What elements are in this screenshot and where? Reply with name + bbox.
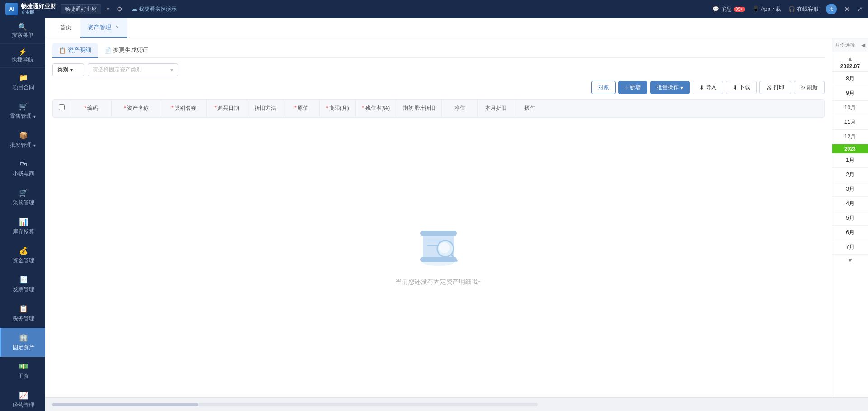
sidebar-item-invoice-mgmt[interactable]: 🧾 发票管理 xyxy=(0,270,45,299)
th-period-months: *期限(月) xyxy=(320,100,356,117)
sidebar-nav-label: 快捷导航 xyxy=(4,56,42,64)
month-item-4[interactable]: 4月 xyxy=(832,197,868,211)
operations-icon: 📈 xyxy=(5,391,42,400)
sidebar-item-wholesale-mgmt[interactable]: 📦 批发管理 ▼ xyxy=(0,126,45,155)
month-item-2[interactable]: 2月 xyxy=(832,168,868,182)
sidebar-item-fund-mgmt[interactable]: 💰 资金管理 xyxy=(0,241,45,270)
wholesale-icon: 📦 xyxy=(19,131,28,140)
app-subtitle: 专业版 xyxy=(21,10,56,15)
sidebar-item-tax-mgmt[interactable]: 📋 税务管理 xyxy=(0,299,45,328)
online-service-button[interactable]: 🎧 在线客服 xyxy=(788,5,819,13)
window-expand-icon[interactable]: ⤢ xyxy=(857,5,863,13)
month-item-1[interactable]: 1月 xyxy=(832,153,868,168)
select-all-checkbox[interactable] xyxy=(59,104,65,110)
tax-icon: 📋 xyxy=(5,304,42,313)
month-panel: 月份选择 ◀ ▲ 2022.07 8月 9月 10月 11月 12月 2023 … xyxy=(832,38,868,397)
month-item-10[interactable]: 10月 xyxy=(832,101,868,115)
window-close-icon[interactable]: ✕ xyxy=(844,5,850,14)
horizontal-scrollbar[interactable] xyxy=(52,403,538,406)
import-icon: ⬇ xyxy=(699,85,704,91)
th-monthly-depreciation: 本月折旧 xyxy=(478,100,514,117)
year-badge-2023: 2023 xyxy=(832,144,868,153)
sidebar-item-ecommerce[interactable]: 🛍 小畅电商 xyxy=(0,155,45,183)
message-button[interactable]: 💬 消息 99+ xyxy=(712,5,745,13)
month-nav-down-icon[interactable]: ▼ xyxy=(832,255,868,265)
sidebar-salary-label: 工资 xyxy=(5,373,42,380)
download-button[interactable]: ⬇ 下载 xyxy=(726,81,757,94)
refresh-label: 刷新 xyxy=(807,84,818,91)
content-area: 首页 资产管理 × 📋 资产明细 📄 变更生成凭证 xyxy=(45,18,868,411)
sidebar-item-operations-mgmt[interactable]: 📈 经营管理 xyxy=(0,386,45,411)
month-item-12[interactable]: 12月 xyxy=(832,130,868,144)
retail-arrow-icon: ▼ xyxy=(33,114,37,119)
month-item-7[interactable]: 7月 xyxy=(832,240,868,255)
sidebar-retail-label: 零售管理 xyxy=(10,113,32,120)
demo-link[interactable]: ☁ 我要看实例演示 xyxy=(132,5,177,13)
main-layout: 🔍 搜索菜单 ⚡ 快捷导航 📁 项目合同 🛒 零售管理 ▼ 📦 批发管理 ▼ xyxy=(0,18,868,411)
th-depreciation-method: 折旧方法 xyxy=(247,100,283,117)
sidebar-item-salary[interactable]: 💵 工资 xyxy=(0,357,45,386)
category-filter-placeholder: 请选择固定资产类别 xyxy=(93,66,142,74)
reconcile-button[interactable]: 对账 xyxy=(591,81,616,94)
sub-tab-asset-detail[interactable]: 📋 资产明细 xyxy=(52,43,98,58)
user-avatar[interactable]: 用 xyxy=(826,4,837,14)
add-button[interactable]: + 新增 xyxy=(618,81,647,94)
category-filter-input[interactable]: 请选择固定资产类别 ▾ xyxy=(88,63,178,76)
th-net-value: 净值 xyxy=(442,100,478,117)
month-item-5[interactable]: 5月 xyxy=(832,211,868,226)
sub-tab-change-voucher[interactable]: 📄 变更生成凭证 xyxy=(98,43,155,58)
month-panel-collapse-icon[interactable]: ◀ xyxy=(861,42,865,48)
sidebar-item-quick-nav[interactable]: ⚡ 快捷导航 xyxy=(0,44,45,68)
reconcile-label: 对账 xyxy=(598,84,609,91)
refresh-button[interactable]: ↻ 刷新 xyxy=(794,81,825,94)
month-item-11[interactable]: 11月 xyxy=(832,115,868,130)
import-button[interactable]: ⬇ 导入 xyxy=(693,81,723,94)
category-filter-select[interactable]: 类别 ▾ xyxy=(52,63,84,76)
data-table: *编码 *资产名称 *类别名称 *购买日期 折旧方法 * xyxy=(52,99,825,118)
sidebar-item-retail-mgmt[interactable]: 🛒 零售管理 ▼ xyxy=(0,97,45,126)
retail-icon: 🛒 xyxy=(19,102,28,111)
asset-detail-tab-icon: 📋 xyxy=(59,47,66,54)
download-label: 下载 xyxy=(739,84,750,91)
wholesale-arrow-icon: ▼ xyxy=(33,143,37,148)
sub-tab-bar: 📋 资产明细 📄 变更生成凭证 xyxy=(52,43,825,58)
tab-home[interactable]: 首页 xyxy=(52,18,79,38)
demo-text: 我要看实例演示 xyxy=(139,5,177,13)
asset-detail-tab-label: 资产明细 xyxy=(68,46,91,54)
home-tab-label: 首页 xyxy=(60,24,71,32)
month-item-3[interactable]: 3月 xyxy=(832,182,868,197)
company-selector[interactable]: 畅捷通好业财 xyxy=(61,4,101,14)
import-label: 导入 xyxy=(706,84,717,91)
month-item-8[interactable]: 8月 xyxy=(832,72,868,86)
tab-asset-management[interactable]: 资产管理 × xyxy=(80,18,127,38)
message-label: 消息 xyxy=(721,5,732,13)
th-checkbox[interactable] xyxy=(53,100,71,117)
app-download-label: App下载 xyxy=(761,5,781,13)
message-badge: 99+ xyxy=(734,7,745,12)
batch-ops-button[interactable]: 批量操作 ▾ xyxy=(650,81,690,94)
month-year-label: 2022.07 xyxy=(840,63,860,70)
sidebar-item-purchase-mgmt[interactable]: 🛒 采购管理 xyxy=(0,183,45,212)
print-button[interactable]: 🖨 打印 xyxy=(760,81,791,94)
sidebar-project-label: 项目合同 xyxy=(5,84,42,91)
sidebar-item-search-menu[interactable]: 🔍 搜索菜单 xyxy=(0,18,45,44)
company-dropdown-icon[interactable]: ▼ xyxy=(106,7,110,12)
tab-close-icon[interactable]: × xyxy=(114,24,120,31)
sidebar-item-inventory[interactable]: 📊 库存核算 xyxy=(0,212,45,241)
month-item-9[interactable]: 9月 xyxy=(832,86,868,101)
month-item-6[interactable]: 6月 xyxy=(832,226,868,240)
app-title: 畅捷通好业财 xyxy=(21,3,56,10)
main-panel: 📋 资产明细 📄 变更生成凭证 类别 ▾ 请选择固定资产类别 xyxy=(45,38,832,397)
top-bar: AI 畅捷通好业财 专业版 畅捷通好业财 ▼ ⚙ ☁ 我要看实例演示 💬 消息 … xyxy=(0,0,868,18)
asset-management-tab-label: 资产管理 xyxy=(88,24,111,32)
settings-icon[interactable]: ⚙ xyxy=(117,5,123,13)
sidebar-tax-label: 税务管理 xyxy=(5,315,42,322)
app-download-button[interactable]: 📱 App下载 xyxy=(752,5,781,13)
table-header: *编码 *资产名称 *类别名称 *购买日期 折旧方法 * xyxy=(53,100,824,117)
sidebar-invoice-label: 发票管理 xyxy=(5,286,42,293)
month-nav-up-icon[interactable]: ▲ xyxy=(835,54,865,63)
month-panel-year: ▲ 2022.07 xyxy=(832,52,868,72)
filter-bar: 类别 ▾ 请选择固定资产类别 ▾ xyxy=(52,63,825,76)
sidebar-item-fixed-assets[interactable]: 🏢 固定资产 xyxy=(0,328,45,357)
sidebar-item-project-contract[interactable]: 📁 项目合同 xyxy=(0,68,45,97)
